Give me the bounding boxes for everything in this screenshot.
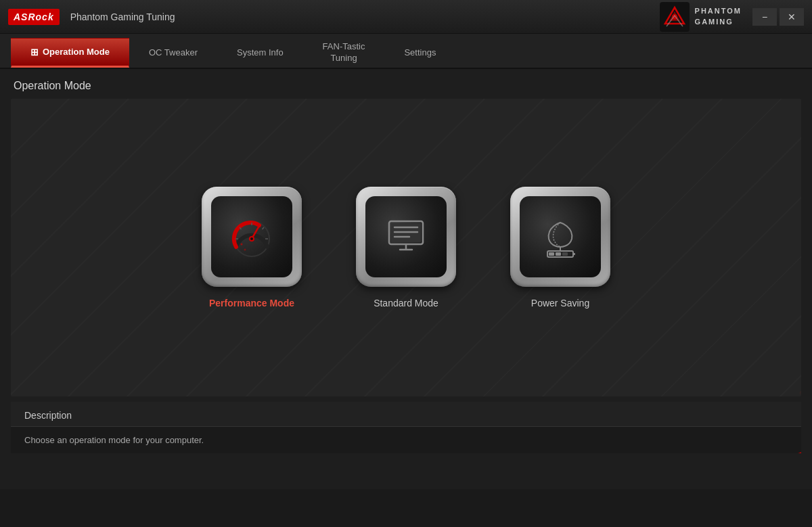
page-title: Operation Mode: [0, 69, 812, 99]
standard-mode-label: Standard Mode: [374, 298, 438, 308]
content-wrapper: Operation Mode: [0, 69, 812, 489]
standard-icon-inner: [365, 196, 447, 277]
monitor-icon: [382, 213, 430, 260]
svg-rect-23: [549, 252, 554, 256]
tab-fan-tastic[interactable]: FAN-TasticTuning: [303, 38, 385, 68]
description-text: Choose an operation mode for your comput…: [11, 427, 801, 453]
speedometer-icon: [228, 213, 275, 260]
main-content: Performance Mode: [11, 99, 801, 396]
power-saving-icon-wrapper: [510, 187, 610, 287]
tab-operation-mode[interactable]: ⊞ Operation Mode: [11, 38, 129, 68]
tab-operation-mode-icon: ⊞: [30, 46, 39, 58]
mode-card-power-saving[interactable]: Power Saving: [510, 187, 610, 308]
performance-mode-label: Performance Mode: [209, 298, 294, 308]
svg-point-11: [241, 244, 243, 246]
standard-icon-wrapper: [356, 187, 456, 287]
tab-bar: ⊞ Operation Mode OC Tweaker System Info …: [0, 34, 812, 69]
performance-icon-wrapper: [202, 187, 302, 287]
tab-system-info[interactable]: System Info: [217, 38, 303, 68]
tab-oc-tweaker-label: OC Tweaker: [149, 47, 198, 59]
svg-line-7: [263, 227, 265, 229]
window-controls: − ✕: [752, 8, 804, 26]
tab-oc-tweaker[interactable]: OC Tweaker: [129, 38, 217, 68]
tab-settings[interactable]: Settings: [384, 38, 455, 68]
description-section: Description Choose an operation mode for…: [11, 402, 801, 453]
svg-rect-22: [573, 253, 575, 255]
tab-operation-mode-label: Operation Mode: [43, 47, 110, 58]
tab-system-info-label: System Info: [237, 47, 284, 59]
power-saving-label: Power Saving: [531, 298, 589, 308]
svg-point-10: [250, 237, 253, 240]
leaf-battery-icon: [537, 213, 584, 260]
minimize-button[interactable]: −: [752, 8, 777, 26]
title-bar: ASRock Phantom Gaming Tuning PHANTOMGAMI…: [0, 0, 812, 34]
svg-rect-24: [556, 252, 561, 256]
svg-point-12: [244, 249, 246, 251]
phantom-gaming-icon: [660, 2, 690, 32]
app-title: Phantom Gaming Tuning: [70, 12, 660, 22]
asrock-logo: ASRock: [8, 9, 60, 25]
modes-container: Performance Mode: [11, 99, 801, 396]
svg-rect-25: [562, 252, 568, 256]
tab-fan-tastic-label: FAN-TasticTuning: [323, 41, 365, 64]
mode-card-standard[interactable]: Standard Mode: [356, 187, 456, 308]
phantom-gaming-logo: PHANTOMGAMING: [660, 2, 742, 32]
tab-settings-label: Settings: [404, 47, 436, 59]
close-button[interactable]: ✕: [780, 8, 804, 26]
performance-icon-inner: [211, 196, 292, 277]
description-title: Description: [11, 402, 801, 427]
power-saving-icon-inner: [520, 196, 601, 277]
mode-card-performance[interactable]: Performance Mode: [202, 187, 302, 308]
phantom-gaming-text: PHANTOMGAMING: [695, 6, 742, 27]
